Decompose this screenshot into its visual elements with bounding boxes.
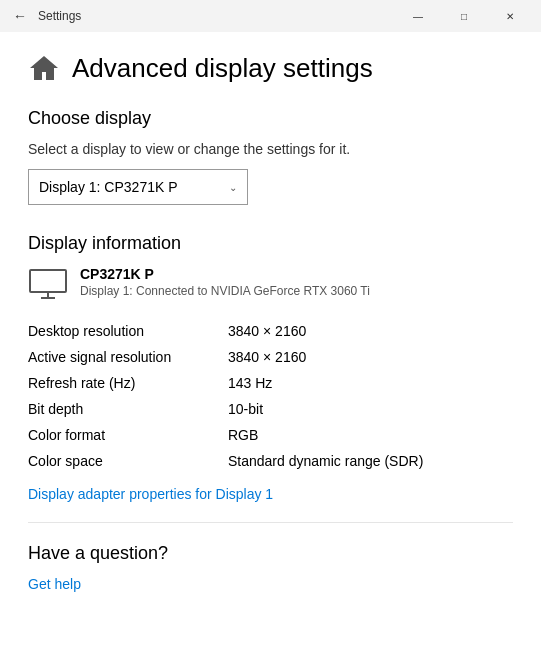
- window: ← Settings — □ ✕ Advanced display settin…: [0, 0, 541, 645]
- minimize-button[interactable]: —: [395, 0, 441, 32]
- maximize-button[interactable]: □: [441, 0, 487, 32]
- adapter-link[interactable]: Display adapter properties for Display 1: [28, 486, 273, 502]
- row-value: 3840 × 2160: [228, 318, 513, 344]
- question-title: Have a question?: [28, 543, 513, 564]
- table-row: Color spaceStandard dynamic range (SDR): [28, 448, 513, 474]
- title-bar-title: Settings: [38, 9, 395, 23]
- row-value: Standard dynamic range (SDR): [228, 448, 513, 474]
- main-content: Advanced display settings Choose display…: [0, 32, 541, 645]
- row-label: Color format: [28, 422, 228, 448]
- table-row: Color formatRGB: [28, 422, 513, 448]
- row-value: RGB: [228, 422, 513, 448]
- choose-display-title: Choose display: [28, 108, 513, 129]
- row-label: Refresh rate (Hz): [28, 370, 228, 396]
- question-section: Have a question? Get help: [28, 543, 513, 592]
- choose-display-subtitle: Select a display to view or change the s…: [28, 141, 513, 157]
- title-bar: ← Settings — □ ✕: [0, 0, 541, 32]
- row-label: Bit depth: [28, 396, 228, 422]
- monitor-connection: Display 1: Connected to NVIDIA GeForce R…: [80, 284, 370, 298]
- display-dropdown-wrapper: Display 1: CP3271K P ⌄: [28, 169, 513, 205]
- display-info-table: Desktop resolution3840 × 2160Active sign…: [28, 318, 513, 474]
- title-bar-controls: — □ ✕: [395, 0, 533, 32]
- divider: [28, 522, 513, 523]
- home-icon: [28, 52, 60, 84]
- display-info-title: Display information: [28, 233, 513, 254]
- choose-display-section: Choose display Select a display to view …: [28, 108, 513, 205]
- svg-rect-0: [30, 270, 66, 292]
- monitor-info-text: CP3271K P Display 1: Connected to NVIDIA…: [80, 266, 370, 298]
- monitor-icon: [28, 268, 68, 300]
- display-dropdown[interactable]: Display 1: CP3271K P ⌄: [28, 169, 248, 205]
- table-row: Bit depth10-bit: [28, 396, 513, 422]
- get-help-link[interactable]: Get help: [28, 576, 81, 592]
- table-row: Desktop resolution3840 × 2160: [28, 318, 513, 344]
- display-info-section: Display information CP3271K P Display 1:…: [28, 233, 513, 502]
- close-button[interactable]: ✕: [487, 0, 533, 32]
- table-row: Active signal resolution3840 × 2160: [28, 344, 513, 370]
- row-label: Desktop resolution: [28, 318, 228, 344]
- page-header: Advanced display settings: [28, 52, 513, 84]
- back-button[interactable]: ←: [8, 4, 32, 28]
- chevron-down-icon: ⌄: [229, 182, 237, 193]
- page-title: Advanced display settings: [72, 53, 373, 84]
- monitor-header: CP3271K P Display 1: Connected to NVIDIA…: [28, 266, 513, 300]
- row-label: Color space: [28, 448, 228, 474]
- table-row: Refresh rate (Hz)143 Hz: [28, 370, 513, 396]
- row-value: 143 Hz: [228, 370, 513, 396]
- dropdown-value: Display 1: CP3271K P: [39, 179, 178, 195]
- monitor-name: CP3271K P: [80, 266, 370, 282]
- row-label: Active signal resolution: [28, 344, 228, 370]
- row-value: 10-bit: [228, 396, 513, 422]
- row-value: 3840 × 2160: [228, 344, 513, 370]
